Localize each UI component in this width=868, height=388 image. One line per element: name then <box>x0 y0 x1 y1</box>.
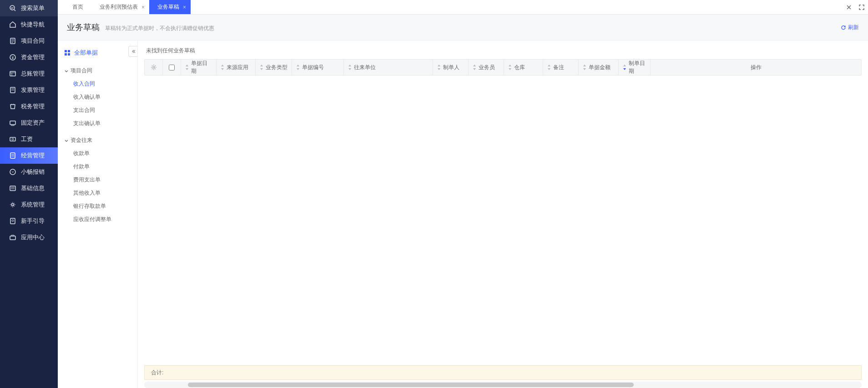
column-header-note[interactable]: 备注 <box>543 60 579 75</box>
category-item-ar-ap-adjust[interactable]: 应收应付调整单 <box>58 213 137 226</box>
table-area: 未找到任何业务草稿 单据日期 <box>138 40 868 388</box>
asset-icon <box>9 119 16 126</box>
svg-point-9 <box>10 169 15 175</box>
column-header-salesperson[interactable]: 业务员 <box>469 60 504 75</box>
svg-rect-3 <box>10 71 15 76</box>
expense-icon <box>9 168 16 176</box>
column-header-date[interactable]: 单据日期 <box>181 60 217 75</box>
fullscreen-button[interactable] <box>855 0 868 15</box>
sort-icon <box>582 64 587 71</box>
empty-message: 未找到任何业务草稿 <box>144 45 862 59</box>
horizontal-scrollbar[interactable] <box>144 382 862 388</box>
checkbox[interactable] <box>169 65 175 71</box>
nav-general-ledger[interactable]: 总账管理 <box>0 66 58 82</box>
close-all-button[interactable] <box>843 0 855 15</box>
footer-total-label: 合计: <box>151 369 163 377</box>
category-all-docs[interactable]: 全部单据 <box>58 45 137 60</box>
nav-salary[interactable]: 工资 <box>0 131 58 147</box>
sort-icon <box>220 64 225 71</box>
column-header-warehouse[interactable]: 仓库 <box>504 60 543 75</box>
nav-base-info[interactable]: 基础信息 <box>0 180 58 197</box>
column-header-party[interactable]: 往来单位 <box>344 60 433 75</box>
select-all-checkbox[interactable] <box>163 60 181 75</box>
nav-fixed-asset[interactable]: 固定资产 <box>0 115 58 131</box>
tab-home[interactable]: 首页 <box>64 0 91 14</box>
home-icon <box>9 21 16 28</box>
nav-system[interactable]: 系统管理 <box>0 197 58 213</box>
nav-guide[interactable]: 新手引导 <box>0 213 58 229</box>
sort-icon <box>472 64 477 71</box>
category-all-label: 全部单据 <box>74 49 98 57</box>
tab-label: 首页 <box>72 3 83 11</box>
nav-expense[interactable]: 小畅报销 <box>0 164 58 180</box>
category-item-bank-transfer[interactable]: 银行存取款单 <box>58 200 137 213</box>
close-icon[interactable]: × <box>141 4 145 10</box>
nav-apps[interactable]: 应用中心 <box>0 229 58 246</box>
tab-business-draft[interactable]: 业务草稿 × <box>149 0 191 14</box>
nav-funds[interactable]: 资金管理 <box>0 49 58 66</box>
category-item-expense-confirm[interactable]: 支出确认单 <box>58 117 137 130</box>
svg-rect-8 <box>10 153 15 158</box>
category-item-income-contract[interactable]: 收入合同 <box>58 77 137 91</box>
nav-label: 搜索菜单 <box>21 4 45 12</box>
svg-point-13 <box>12 220 14 222</box>
svg-rect-12 <box>10 218 15 224</box>
column-settings-button[interactable] <box>145 60 163 75</box>
column-header-maker[interactable]: 制单人 <box>433 60 469 75</box>
collapse-sidebar-button[interactable] <box>128 46 137 57</box>
category-item-other-income[interactable]: 其他收入单 <box>58 186 137 200</box>
category-item-income-confirm[interactable]: 收入确认单 <box>58 91 137 104</box>
nav-project-contract[interactable]: 项目合同 <box>0 33 58 49</box>
nav-label: 税务管理 <box>21 102 45 111</box>
nav-label: 固定资产 <box>21 119 45 127</box>
category-item-expense-sheet[interactable]: 费用支出单 <box>58 173 137 186</box>
category-item-expense-contract[interactable]: 支出合同 <box>58 104 137 117</box>
body-row: 全部单据 项目合同 收入合同 收入确认单 支出合同 支出确认单 <box>58 40 868 388</box>
nav-label: 新手引导 <box>21 217 45 225</box>
category-item-payment[interactable]: 付款单 <box>58 160 137 173</box>
tab-profit-estimate[interactable]: 业务利润预估表 × <box>91 0 149 14</box>
nav-business-mgmt[interactable]: 经营管理 <box>0 147 58 164</box>
nav-search-menu[interactable]: 搜索菜单 <box>0 0 58 16</box>
sort-icon <box>348 64 352 71</box>
column-header-biztype[interactable]: 业务类型 <box>256 60 292 75</box>
nav-quick[interactable]: 快捷导航 <box>0 16 58 33</box>
invoice-icon <box>9 86 16 94</box>
nav-invoice[interactable]: 发票管理 <box>0 82 58 98</box>
category-group-header[interactable]: 资金往来 <box>58 134 137 147</box>
chevron-down-icon <box>64 138 69 143</box>
column-label: 仓库 <box>514 64 525 71</box>
close-icon[interactable]: × <box>183 4 186 10</box>
svg-rect-17 <box>65 53 67 55</box>
category-item-receipt[interactable]: 收款单 <box>58 147 137 160</box>
scrollbar-thumb[interactable] <box>188 383 634 387</box>
column-header-source[interactable]: 来源应用 <box>217 60 256 75</box>
column-header-docnum[interactable]: 单据编号 <box>292 60 344 75</box>
category-group-header[interactable]: 项目合同 <box>58 64 137 77</box>
tax-icon <box>9 103 16 110</box>
sort-icon <box>622 64 627 71</box>
nav-label: 应用中心 <box>21 233 45 242</box>
sort-icon <box>437 64 441 71</box>
column-header-amount[interactable]: 单据金额 <box>579 60 619 75</box>
table-body <box>144 76 862 365</box>
biz-icon <box>9 152 16 159</box>
column-label: 来源应用 <box>227 64 248 71</box>
nav-label: 资金管理 <box>21 53 45 61</box>
sort-icon <box>296 64 300 71</box>
gear-icon <box>9 201 16 208</box>
nav-label: 快捷导航 <box>21 20 45 29</box>
refresh-label: 刷新 <box>848 24 859 31</box>
refresh-button[interactable]: 刷新 <box>841 24 868 31</box>
main-nav: 搜索菜单 快捷导航 项目合同 资金管理 总账管理 <box>0 0 58 388</box>
category-sidebar: 全部单据 项目合同 收入合同 收入确认单 支出合同 支出确认单 <box>58 40 138 388</box>
page-title: 业务草稿 <box>67 22 100 33</box>
column-label: 往来单位 <box>354 64 376 71</box>
column-header-makedate[interactable]: 制单日期 <box>619 60 651 75</box>
sort-icon <box>508 64 512 71</box>
column-label: 制单日期 <box>629 60 646 75</box>
tabs-right-controls <box>843 0 868 15</box>
nav-tax[interactable]: 税务管理 <box>0 98 58 115</box>
tabs-bar: 首页 业务利润预估表 × 业务草稿 × <box>58 0 868 15</box>
nav-label: 系统管理 <box>21 201 45 209</box>
